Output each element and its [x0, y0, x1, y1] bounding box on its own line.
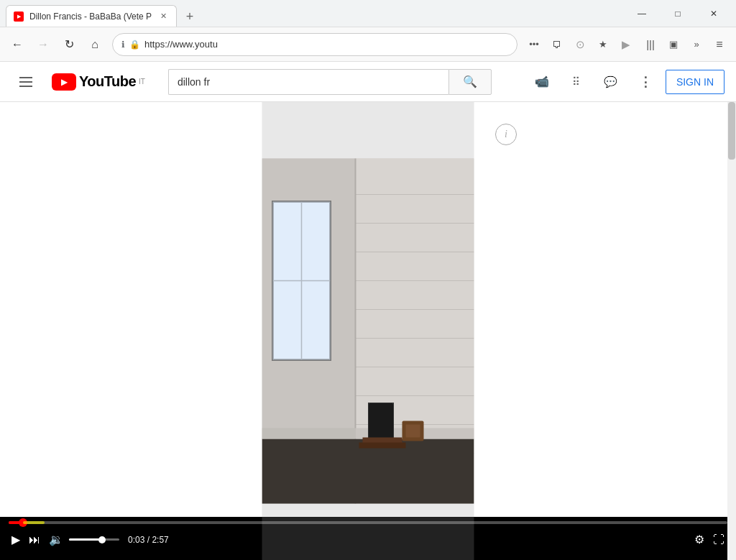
- info-icon[interactable]: i: [495, 124, 517, 145]
- current-time: 0:03: [128, 535, 144, 545]
- scrollbar[interactable]: [727, 102, 736, 560]
- hamburger-icon: [19, 77, 32, 87]
- navigation-bar: ← → ↻ ⌂ ℹ 🔒 https://www.youtu ••• 🜷 ⊙ ★ …: [0, 27, 736, 62]
- home-button[interactable]: ⌂: [83, 33, 106, 56]
- svg-rect-20: [262, 428, 356, 439]
- forward-button[interactable]: →: [32, 33, 55, 56]
- youtube-header: YouTube IT 🔍 📹 ⠿ 💬 ⋮ SIGN IN: [0, 62, 736, 102]
- tab-close-button[interactable]: ✕: [157, 11, 169, 22]
- white-side-left: [0, 102, 262, 517]
- youtube-logo-icon: [52, 73, 76, 91]
- controls-right: ⚙ ⛶: [691, 530, 727, 549]
- tab-favicon: [14, 12, 24, 22]
- close-button[interactable]: ✕: [697, 2, 730, 25]
- sign-in-button[interactable]: SIGN IN: [666, 70, 724, 94]
- browser-frame: Dillon Francis - BaBaBa (Vete P ✕ + — □ …: [0, 0, 736, 560]
- pocket-button[interactable]: 🜷: [546, 34, 568, 55]
- new-tab-button[interactable]: +: [180, 6, 200, 27]
- svg-rect-22: [369, 403, 394, 439]
- library-button[interactable]: |||: [640, 34, 661, 55]
- video-controls: ▶ ⏭ 🔉 0:03 / 2:57: [0, 517, 736, 560]
- volume-slider[interactable]: [69, 538, 119, 541]
- more-tools-button[interactable]: »: [686, 34, 707, 55]
- search-button[interactable]: 🔍: [448, 69, 492, 95]
- active-tab[interactable]: Dillon Francis - BaBaBa (Vete P ✕: [6, 5, 177, 27]
- address-bar[interactable]: ℹ 🔒 https://www.youtu: [112, 33, 518, 56]
- title-bar: Dillon Francis - BaBaBa (Vete P ✕ + — □ …: [0, 0, 736, 27]
- bookmark-button[interactable]: ★: [592, 34, 614, 55]
- synced-tabs-button[interactable]: ▣: [663, 34, 684, 55]
- more-options-button[interactable]: •••: [523, 34, 545, 55]
- header-actions: 📹 ⠿ 💬 ⋮ SIGN IN: [528, 68, 724, 96]
- main-content: i: [0, 102, 736, 560]
- progress-buffered: [23, 521, 45, 524]
- apps-button[interactable]: ⠿: [562, 68, 591, 96]
- settings-button[interactable]: ⚙: [691, 530, 707, 549]
- next-button[interactable]: ⏭: [26, 531, 43, 549]
- maximize-button[interactable]: □: [661, 2, 694, 25]
- white-side-right: [474, 102, 736, 517]
- svg-rect-18: [273, 202, 331, 360]
- play-pause-button[interactable]: ▶: [9, 530, 23, 549]
- tab-title: Dillon Francis - BaBaBa (Vete P: [29, 12, 152, 22]
- lock-icon: ℹ: [121, 40, 125, 50]
- time-display: 0:03 / 2:57: [128, 535, 169, 545]
- svg-rect-25: [359, 443, 406, 449]
- volume-thumb: [98, 536, 106, 543]
- svg-rect-27: [406, 425, 420, 438]
- minimize-button[interactable]: —: [625, 2, 658, 25]
- reload-button[interactable]: ↻: [58, 33, 80, 56]
- tab-area: Dillon Francis - BaBaBa (Vete P ✕ +: [6, 0, 620, 27]
- youtube-country-code: IT: [139, 78, 145, 86]
- room-scene-svg: [262, 102, 474, 560]
- video-container: i: [0, 102, 736, 560]
- volume-button[interactable]: 🔉: [46, 530, 66, 549]
- youtube-logo[interactable]: YouTube IT: [52, 73, 145, 91]
- upload-button[interactable]: 📹: [528, 68, 556, 96]
- url-text: https://www.youtu: [144, 39, 508, 50]
- progress-bar[interactable]: [9, 521, 727, 524]
- back-button[interactable]: ←: [6, 33, 29, 56]
- duration: 2:57: [152, 535, 168, 545]
- controls-row: ▶ ⏭ 🔉 0:03 / 2:57: [9, 530, 727, 549]
- youtube-logo-text: YouTube: [79, 73, 136, 90]
- search-input[interactable]: [168, 69, 448, 95]
- scrollbar-thumb[interactable]: [728, 102, 735, 160]
- nav-icons: ••• 🜷 ⊙ ★ ▶: [523, 34, 637, 55]
- ssl-icon: 🔒: [129, 40, 140, 50]
- volume-container: 🔉: [46, 530, 119, 549]
- window-controls: — □ ✕: [625, 2, 730, 25]
- messages-button[interactable]: 💬: [597, 68, 625, 96]
- svg-rect-19: [262, 439, 474, 504]
- hamburger-menu-button[interactable]: [12, 68, 40, 96]
- menu-button[interactable]: ≡: [709, 34, 730, 55]
- fullscreen-button[interactable]: ⛶: [710, 531, 727, 549]
- progress-played: [9, 521, 23, 524]
- more-options-yt-button[interactable]: ⋮: [631, 68, 660, 96]
- rss-button[interactable]: ▶: [615, 34, 637, 55]
- browser-nav-extras: ||| ▣ » ≡: [640, 34, 730, 55]
- reader-icon-button[interactable]: ⊙: [569, 34, 591, 55]
- video-area: [262, 102, 474, 560]
- search-container: 🔍: [168, 69, 492, 95]
- volume-fill: [69, 538, 102, 541]
